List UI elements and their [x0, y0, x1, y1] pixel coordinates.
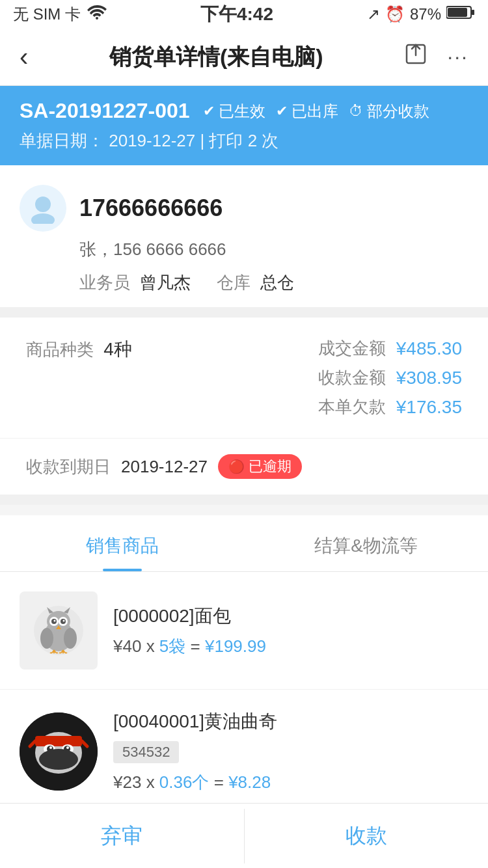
- bottom-bar: 弃审 收款: [0, 803, 488, 868]
- nav-actions: ···: [404, 42, 468, 72]
- types-label: 商品种类: [26, 340, 94, 359]
- tag-partial: ⏱ 部分收款: [349, 101, 429, 122]
- product-name-1: [0000002]面包: [113, 604, 468, 629]
- date-label: 单据日期：: [20, 131, 104, 150]
- summary-row: 商品种类 4种 成交金额 ¥485.30 收款金额 ¥308.95 本单欠款 ¥…: [26, 337, 462, 418]
- overdue-label: 收款到期日: [26, 455, 111, 478]
- deal-amount: ¥485.30: [396, 338, 462, 359]
- tabs-container: 销售商品 结算&物流等: [0, 515, 488, 572]
- types-count: 4种: [103, 339, 132, 359]
- overdue-badge-text: 已逾期: [249, 457, 291, 476]
- svg-point-18: [40, 628, 53, 649]
- salesman-value: 曾凡杰: [140, 273, 191, 292]
- product-list: [0000002]面包 ¥40 x 5袋 = ¥199.99: [0, 572, 488, 814]
- back-button[interactable]: ‹: [20, 42, 28, 72]
- print-info: | 打印 2 次: [200, 131, 278, 150]
- page-title: 销货单详情(来自电脑): [109, 42, 323, 72]
- list-item: [00040001]黄油曲奇 534532 ¥23 x 0.36个 = ¥8.2…: [0, 690, 488, 814]
- warehouse-value: 总仓: [260, 273, 294, 292]
- order-date-info: 单据日期： 2019-12-27 | 打印 2 次: [20, 129, 468, 152]
- product-info-1: [0000002]面包 ¥40 x 5袋 = ¥199.99: [113, 604, 468, 658]
- price-2: ¥23: [113, 772, 141, 792]
- amounts: 成交金额 ¥485.30 收款金额 ¥308.95 本单欠款 ¥176.35: [318, 337, 462, 418]
- svg-rect-2: [448, 8, 467, 17]
- customer-section: 17666666666 张，156 6666 6666 业务员 曾凡杰 仓库 总…: [0, 165, 488, 307]
- debt-label: 本单欠款: [318, 396, 386, 418]
- list-item: [0000002]面包 ¥40 x 5袋 = ¥199.99: [0, 572, 488, 690]
- order-id: SA-20191227-001: [20, 99, 190, 123]
- tab-settlement[interactable]: 结算&物流等: [244, 515, 488, 571]
- product-price-1: ¥40 x 5袋 = ¥199.99: [113, 635, 468, 658]
- tag-effective: ✔ 已生效: [203, 101, 265, 122]
- order-tags: ✔ 已生效 ✔ 已出库 ⏱ 部分收款: [203, 101, 429, 122]
- tab-sales-products[interactable]: 销售商品: [0, 515, 244, 571]
- received-amount-row: 收款金额 ¥308.95: [318, 366, 462, 389]
- status-bar: 无 SIM 卡 下午4:42 ↗ ⏰ 87%: [0, 0, 488, 29]
- price-1: ¥40: [113, 636, 141, 656]
- total-1: ¥199.99: [205, 636, 266, 656]
- customer-id: 17666666666: [79, 195, 223, 222]
- svg-point-4: [35, 197, 51, 212]
- product-thumb-1: [20, 591, 98, 670]
- alarm-icon: ⏰: [385, 5, 405, 23]
- battery-icon: [446, 5, 475, 23]
- deal-amount-row: 成交金额 ¥485.30: [318, 337, 462, 360]
- order-banner: SA-20191227-001 ✔ 已生效 ✔ 已出库 ⏱ 部分收款 单据日期：…: [0, 86, 488, 165]
- share-icon[interactable]: [404, 42, 427, 72]
- received-label: 收款金额: [318, 366, 386, 389]
- types-info: 商品种类 4种: [26, 337, 132, 362]
- customer-details: 业务员 曾凡杰 仓库 总仓: [20, 271, 468, 294]
- more-icon[interactable]: ···: [447, 45, 468, 69]
- overdue-badge: 🔴 已逾期: [218, 454, 302, 479]
- tabs-row: 销售商品 结算&物流等: [0, 515, 488, 571]
- svg-point-19: [64, 628, 77, 649]
- abandon-audit-label: 弃审: [101, 824, 142, 847]
- order-date: 2019-12-27: [109, 131, 195, 150]
- qty-2: 0.36个: [159, 772, 210, 792]
- svg-rect-22: [35, 736, 82, 746]
- tab-sales-label: 销售商品: [86, 536, 159, 556]
- abandon-audit-button[interactable]: 弃审: [0, 809, 245, 863]
- svg-point-28: [66, 746, 69, 749]
- status-left: 无 SIM 卡: [13, 4, 107, 25]
- status-right: ↗ ⏰ 87%: [367, 5, 475, 23]
- collect-payment-label: 收款: [346, 824, 387, 847]
- product-name-2: [00040001]黄油曲奇: [113, 709, 468, 734]
- warehouse-label: 仓库: [217, 273, 251, 292]
- nav-bar: ‹ 销货单详情(来自电脑) ···: [0, 29, 488, 86]
- tag-partial-label: 部分收款: [367, 101, 429, 122]
- overdue-date: 2019-12-27: [121, 457, 208, 477]
- tag-shipped: ✔ 已出库: [276, 101, 338, 122]
- divider-2: [0, 495, 488, 505]
- svg-point-5: [31, 213, 55, 224]
- overdue-section: 收款到期日 2019-12-27 🔴 已逾期: [0, 438, 488, 495]
- received-amount: ¥308.95: [396, 368, 462, 388]
- deal-label: 成交金额: [318, 337, 386, 360]
- svg-point-15: [54, 620, 56, 622]
- summary-section: 商品种类 4种 成交金额 ¥485.30 收款金额 ¥308.95 本单欠款 ¥…: [0, 318, 488, 438]
- divider-1: [0, 307, 488, 318]
- debt-amount: ¥176.35: [396, 397, 462, 418]
- battery-text: 87%: [410, 5, 441, 23]
- collect-payment-button[interactable]: 收款: [245, 809, 489, 863]
- product-sku-2: 534532: [113, 741, 179, 763]
- tag-shipped-label: 已出库: [291, 101, 338, 122]
- svg-point-27: [49, 746, 52, 749]
- network-status: 无 SIM 卡: [13, 4, 81, 25]
- qty-1: 5袋: [159, 636, 185, 656]
- product-price-2: ¥23 x 0.36个 = ¥8.28: [113, 771, 468, 794]
- overdue-alert-icon: 🔴: [228, 459, 245, 474]
- status-time: 下午4:42: [200, 2, 273, 27]
- avatar: [20, 185, 66, 232]
- customer-sub-info: 张，156 6666 6666: [20, 238, 468, 261]
- svg-point-16: [63, 620, 65, 622]
- svg-rect-1: [472, 10, 474, 15]
- tag-effective-label: 已生效: [219, 101, 265, 122]
- debt-amount-row: 本单欠款 ¥176.35: [318, 396, 462, 418]
- product-info-2: [00040001]黄油曲奇 534532 ¥23 x 0.36个 = ¥8.2…: [113, 709, 468, 794]
- tab-settlement-label: 结算&物流等: [314, 536, 418, 556]
- salesman-label: 业务员: [79, 273, 130, 292]
- svg-point-29: [39, 749, 78, 770]
- customer-row: 17666666666: [20, 185, 468, 232]
- wifi-icon: [87, 5, 107, 23]
